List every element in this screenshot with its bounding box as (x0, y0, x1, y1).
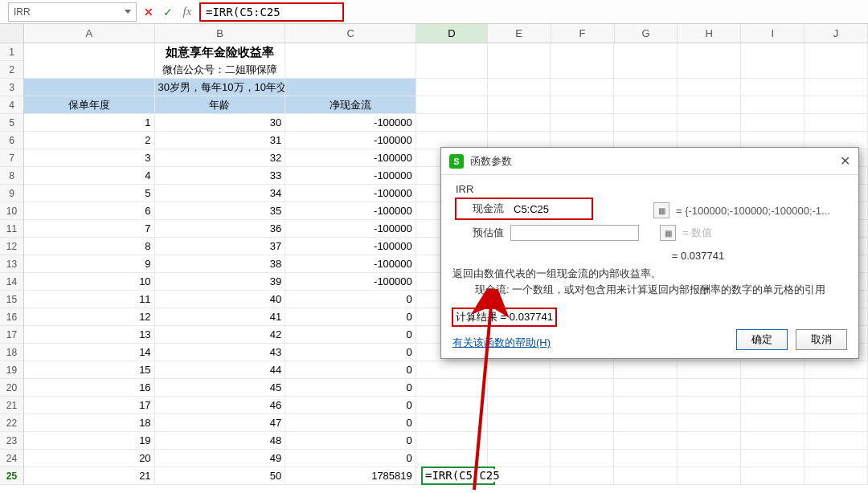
cell[interactable] (741, 361, 805, 379)
cell[interactable]: 44 (155, 361, 286, 379)
cell[interactable]: 10 (24, 273, 155, 291)
cell[interactable]: 40 (155, 291, 286, 308)
col-b-label[interactable]: 年龄 (155, 96, 286, 114)
cell[interactable] (488, 397, 551, 414)
cell[interactable]: 4 (24, 167, 155, 185)
cell[interactable]: 0 (285, 308, 416, 326)
section-header[interactable]: 30岁男，每年10万，10年交 (155, 79, 286, 96)
cell-a1[interactable] (24, 43, 155, 61)
row-header-9[interactable]: 9 (0, 185, 23, 202)
cell[interactable] (416, 450, 488, 467)
cell[interactable]: 5 (24, 185, 155, 202)
col-header-f[interactable]: F (551, 24, 615, 43)
cell[interactable] (614, 379, 678, 397)
cell[interactable] (488, 361, 551, 379)
cell[interactable] (551, 467, 614, 485)
cell[interactable] (551, 114, 614, 132)
row-header-23[interactable]: 23 (0, 432, 23, 450)
cell[interactable]: 18 (24, 414, 155, 432)
cell[interactable]: 49 (155, 450, 286, 467)
range-select-icon[interactable]: ▦ (653, 202, 669, 218)
close-icon[interactable]: ✕ (840, 153, 850, 169)
cell[interactable] (805, 414, 868, 432)
param1-input[interactable] (510, 201, 589, 217)
cell[interactable] (416, 361, 488, 379)
cell-d1[interactable] (416, 43, 488, 61)
cell[interactable] (741, 432, 805, 450)
cell[interactable]: 21 (24, 467, 155, 485)
cell[interactable] (551, 361, 614, 379)
cell[interactable]: 0 (285, 432, 416, 450)
help-link[interactable]: 有关该函数的帮助(H) (452, 336, 551, 350)
cell[interactable] (551, 450, 614, 467)
cell[interactable]: -100000 (285, 255, 416, 273)
cell[interactable]: 0 (285, 379, 416, 397)
cell[interactable] (678, 467, 741, 485)
col-c-label[interactable]: 净现金流 (285, 96, 416, 114)
cell[interactable]: 0 (285, 326, 416, 344)
cell[interactable]: 42 (155, 326, 286, 344)
cell[interactable]: 0 (285, 291, 416, 308)
formula-input[interactable]: =IRR(C5:C25 (199, 2, 344, 22)
cell[interactable] (488, 450, 551, 467)
cancel-button[interactable]: 取消 (796, 329, 847, 350)
cell[interactable]: 13 (24, 326, 155, 344)
row-header-18[interactable]: 18 (0, 344, 23, 361)
cell[interactable] (805, 450, 868, 467)
cell[interactable] (678, 379, 741, 397)
cell[interactable]: 0 (285, 397, 416, 414)
fx-icon[interactable]: fx (180, 2, 194, 22)
cell[interactable]: 19 (24, 432, 155, 450)
row-header-21[interactable]: 21 (0, 397, 23, 414)
cell[interactable] (416, 414, 488, 432)
cell[interactable]: 1785819 (285, 467, 416, 485)
cell[interactable]: 14 (24, 344, 155, 361)
cell[interactable]: -100000 (285, 149, 416, 167)
cell[interactable]: 9 (24, 255, 155, 273)
cell[interactable] (551, 414, 614, 432)
title-cell[interactable]: 如意享年金险收益率 (155, 43, 286, 61)
cancel-edit-icon[interactable]: ✕ (141, 2, 156, 22)
row-header-22[interactable]: 22 (0, 414, 23, 432)
row-header-12[interactable]: 12 (0, 238, 23, 255)
cell[interactable]: 0 (285, 361, 416, 379)
row-header-25[interactable]: 25 (0, 467, 23, 485)
confirm-edit-icon[interactable]: ✓ (161, 2, 175, 22)
cell[interactable] (741, 397, 805, 414)
col-header-j[interactable]: J (805, 24, 868, 43)
cell[interactable] (805, 397, 868, 414)
cell[interactable]: 35 (155, 202, 286, 220)
cell[interactable] (614, 450, 678, 467)
cell[interactable] (614, 397, 678, 414)
subtitle-cell[interactable]: 微信公众号：二姐聊保障 (155, 61, 286, 79)
row-header-6[interactable]: 6 (0, 132, 23, 149)
cell[interactable] (551, 397, 614, 414)
col-header-a[interactable]: A (24, 24, 155, 43)
cell[interactable] (614, 467, 678, 485)
cell[interactable]: 0 (285, 450, 416, 467)
cell-c1[interactable] (285, 43, 416, 61)
cell[interactable]: 30 (155, 114, 286, 132)
name-box[interactable]: IRR (8, 2, 137, 22)
cell[interactable]: -100000 (285, 238, 416, 255)
param2-input[interactable] (510, 225, 639, 241)
cell[interactable]: 16 (24, 379, 155, 397)
cell[interactable] (805, 361, 868, 379)
cell[interactable]: 32 (155, 149, 286, 167)
function-arguments-dialog[interactable]: S 函数参数 ✕ IRR 现金流 ▦ = {-100000;-100000;-1… (440, 147, 859, 359)
cell[interactable]: 37 (155, 238, 286, 255)
row-header-5[interactable]: 5 (0, 114, 23, 132)
col-header-g[interactable]: G (615, 24, 678, 43)
cell[interactable]: -100000 (285, 273, 416, 291)
cell[interactable]: -100000 (285, 220, 416, 238)
cell[interactable]: 47 (155, 414, 286, 432)
cell[interactable]: 36 (155, 220, 286, 238)
row-header-4[interactable]: 4 (0, 96, 23, 114)
row-header-3[interactable]: 3 (0, 79, 23, 96)
cell[interactable]: 2 (24, 132, 155, 149)
cell[interactable]: 3 (24, 149, 155, 167)
cell[interactable] (741, 450, 805, 467)
cell[interactable] (614, 114, 678, 132)
cell[interactable] (416, 114, 488, 132)
cell[interactable]: 17 (24, 397, 155, 414)
